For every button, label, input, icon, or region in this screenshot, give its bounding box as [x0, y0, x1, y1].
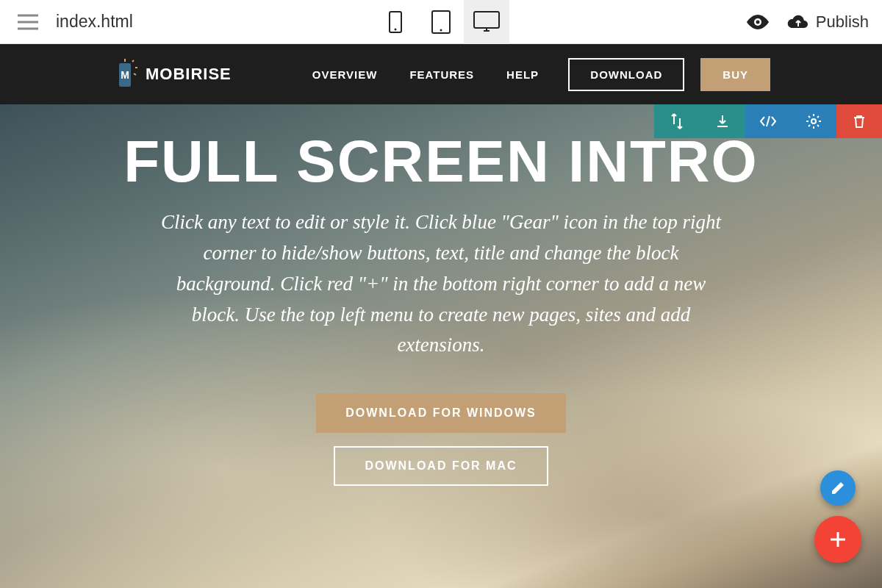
hero-description[interactable]: Click any text to edit or style it. Clic… — [154, 207, 728, 361]
page-title: index.html — [56, 12, 133, 32]
hero-title[interactable]: FULL SCREEN INTRO — [123, 131, 759, 193]
svg-line-10 — [132, 60, 134, 62]
delete-block-button[interactable] — [836, 104, 882, 138]
app-toolbar: index.html Publish — [0, 0, 882, 44]
brand[interactable]: M MOBIRISE — [112, 59, 232, 90]
nav-link-features[interactable]: FEATURES — [409, 68, 474, 81]
block-toolbar — [654, 104, 882, 138]
brand-logo-icon: M — [112, 59, 137, 90]
move-block-button[interactable] — [654, 104, 700, 138]
device-switcher — [373, 0, 509, 44]
desktop-device-button[interactable] — [464, 0, 509, 44]
nav-links: OVERVIEW FEATURES HELP — [312, 68, 539, 81]
nav-link-help[interactable]: HELP — [506, 68, 539, 81]
download-button[interactable]: DOWNLOAD — [568, 58, 684, 91]
site-navbar: M MOBIRISE OVERVIEW FEATURES HELP DOWNLO… — [0, 44, 882, 104]
svg-line-12 — [134, 74, 136, 75]
buy-button[interactable]: BUY — [700, 58, 770, 91]
hero-block[interactable]: FULL SCREEN INTRO Click any text to edit… — [0, 104, 882, 588]
nav-link-overview[interactable]: OVERVIEW — [312, 68, 378, 81]
nav-right: DOWNLOAD BUY — [568, 58, 882, 91]
publish-button[interactable]: Publish — [786, 12, 869, 32]
download-mac-button[interactable]: DOWNLOAD FOR MAC — [334, 446, 548, 486]
toolbar-right: Publish — [745, 12, 869, 32]
svg-rect-4 — [474, 12, 499, 28]
add-block-fab-button[interactable] — [814, 516, 861, 563]
svg-point-3 — [440, 29, 442, 31]
tablet-device-button[interactable] — [418, 0, 464, 44]
mobile-device-button[interactable] — [373, 0, 418, 44]
settings-block-button[interactable] — [791, 104, 836, 138]
save-block-button[interactable] — [700, 104, 745, 138]
preview-button[interactable] — [745, 14, 770, 30]
download-windows-button[interactable]: DOWNLOAD FOR WINDOWS — [316, 393, 566, 433]
publish-label: Publish — [816, 12, 869, 32]
svg-text:M: M — [121, 69, 129, 81]
brand-name: MOBIRISE — [146, 65, 232, 84]
edit-fab-button[interactable] — [820, 470, 856, 506]
svg-point-13 — [811, 119, 816, 123]
code-block-button[interactable] — [745, 104, 791, 138]
hamburger-menu-icon[interactable] — [13, 10, 43, 35]
svg-point-6 — [756, 20, 759, 24]
hero-buttons: DOWNLOAD FOR WINDOWS DOWNLOAD FOR MAC — [316, 393, 566, 486]
svg-point-1 — [395, 28, 397, 30]
